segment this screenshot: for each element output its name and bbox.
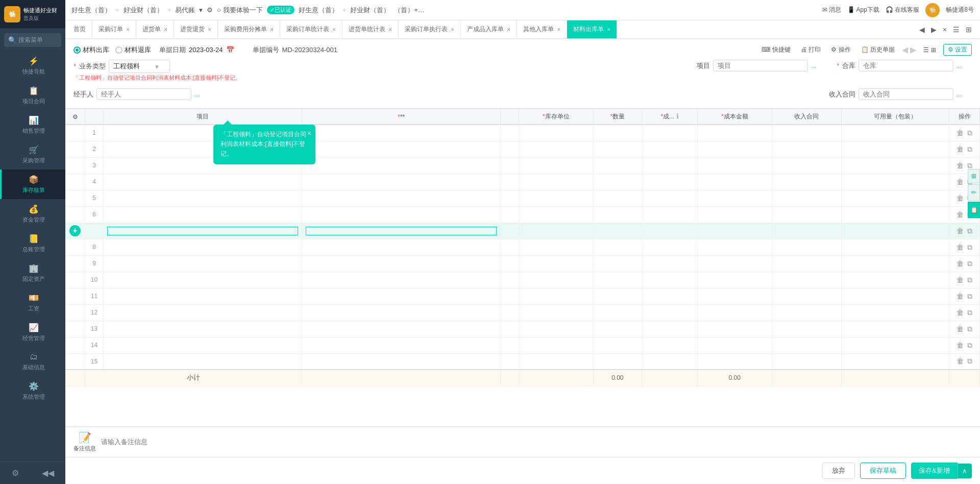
copy-row-btn[interactable]: ⧉	[967, 161, 972, 170]
table-view-btn[interactable]: ☰ ⊞	[920, 45, 939, 55]
delete-row-btn[interactable]: 🗑	[957, 178, 964, 186]
tab-close-incoming[interactable]: ×	[164, 26, 167, 33]
delete-row-btn[interactable]: 🗑	[957, 325, 964, 333]
topbar-good-business[interactable]: 好生意（首）	[71, 6, 111, 15]
copy-row-btn[interactable]: ⧉	[967, 145, 972, 153]
income-contract-ellipsis-btn[interactable]: ...	[957, 91, 962, 98]
delete-row-btn[interactable]: 🗑	[957, 308, 964, 317]
tab-incoming-return[interactable]: 进货退货×	[174, 20, 218, 39]
tab-close-incoming-return[interactable]: ×	[208, 26, 211, 33]
tab-view-toggle-list[interactable]: ☰	[951, 25, 962, 35]
sidebar-item-project-contract[interactable]: 📋 项目合同	[0, 81, 65, 110]
delete-row-btn[interactable]: 🗑	[957, 129, 964, 137]
topbar-good-wealth-2[interactable]: 好业财（首）	[350, 6, 390, 15]
tab-incoming-stats[interactable]: 进货单统计表×	[342, 20, 399, 39]
tab-scroll-left[interactable]: ◀	[917, 25, 927, 35]
sidebar-item-base-info[interactable]: 🗂 基础信息	[0, 347, 65, 376]
tab-purchase-order[interactable]: 采购订单×	[92, 20, 136, 39]
delete-row-btn[interactable]: 🗑	[957, 194, 964, 202]
tab-scroll-right[interactable]: ▶	[929, 25, 939, 35]
float-btn-green[interactable]: 📋	[968, 202, 980, 218]
sidebar-item-fixed-assets[interactable]: 🏢 固定资产	[0, 258, 65, 288]
info-icon[interactable]: ℹ	[676, 112, 679, 120]
tab-close-product-storage[interactable]: ×	[507, 26, 510, 33]
warehouse-input[interactable]	[859, 60, 953, 71]
topbar-app-download[interactable]: 📱 App下载	[847, 6, 879, 14]
sidebar-item-system[interactable]: ⚙️ 系统管理	[0, 376, 65, 406]
active-cell-input-2[interactable]	[306, 227, 496, 235]
search-menu-item[interactable]: 🔍 搜索菜单	[4, 33, 61, 47]
collapse-icon[interactable]: ◀◀	[40, 466, 56, 480]
topbar-agency[interactable]: 易代账	[175, 6, 195, 15]
handler-input[interactable]	[96, 88, 191, 100]
print-btn[interactable]: 🖨 打印	[798, 44, 824, 55]
tab-purchase-expense[interactable]: 采购费用分摊单×	[218, 20, 280, 39]
float-btn-1[interactable]: ⊞	[968, 169, 980, 183]
handler-ellipsis-btn[interactable]: ...	[194, 91, 200, 98]
float-btn-edit[interactable]: ✏	[968, 184, 980, 201]
tab-close-purchase-order[interactable]: ×	[126, 26, 130, 33]
copy-row-btn[interactable]: ⧉	[967, 341, 972, 349]
operation-btn[interactable]: ⚙ 操作	[828, 44, 853, 55]
topbar-good-wealth[interactable]: 好业财（首）	[124, 6, 163, 15]
tab-close-purchase-exec[interactable]: ×	[451, 26, 454, 33]
active-cell-input[interactable]	[108, 227, 298, 235]
copy-row-btn[interactable]: ⧉	[967, 325, 972, 333]
income-contract-input[interactable]	[859, 88, 953, 100]
sidebar-item-general-ledger[interactable]: 📒 总账管理	[0, 229, 65, 258]
topbar-settings-icon[interactable]: ⚙	[207, 6, 213, 14]
delete-active-row-btn[interactable]: 🗑	[957, 227, 964, 235]
date-value[interactable]: 2023-03-24	[189, 46, 223, 54]
copy-row-btn[interactable]: ⧉	[967, 292, 972, 300]
col-header-settings[interactable]: ⚙	[65, 109, 85, 125]
tab-view-toggle-grid[interactable]: ⊞	[964, 25, 974, 35]
sidebar-item-purchase[interactable]: 🛒 采购管理	[0, 140, 65, 170]
radio-return[interactable]: 材料退库	[115, 45, 151, 55]
delete-row-btn[interactable]: 🗑	[957, 292, 964, 300]
topbar-dropdown[interactable]: ▾	[199, 6, 203, 14]
tab-close-material-outbound[interactable]: ×	[607, 26, 610, 33]
delete-row-btn[interactable]: 🗑	[957, 276, 964, 284]
sidebar-item-inventory[interactable]: 📦 库存核算	[0, 170, 65, 199]
sidebar-item-finance[interactable]: 💰 资金管理	[0, 199, 65, 229]
delete-row-btn[interactable]: 🗑	[957, 243, 964, 251]
topbar-support[interactable]: 🎧 在线客服	[886, 6, 919, 14]
topbar-trial[interactable]: ○ 我要体验一下	[217, 6, 262, 15]
topbar-more[interactable]: （首）+…	[394, 6, 425, 15]
topbar-username[interactable]: 畅捷通8号	[946, 6, 974, 14]
sidebar-item-quick-nav[interactable]: ⚡ 快捷导航	[0, 51, 65, 81]
business-type-select[interactable]: 工程领料 ▾	[109, 60, 170, 73]
delete-row-btn[interactable]: 🗑	[957, 210, 964, 219]
history-btn[interactable]: 📋 历史单据	[858, 44, 898, 55]
tab-purchase-exec[interactable]: 采购订单执行表×	[399, 20, 461, 39]
tab-close-all[interactable]: ×	[941, 25, 949, 35]
copy-active-row-btn[interactable]: ⧉	[967, 227, 972, 235]
tab-home[interactable]: 首页	[67, 20, 92, 39]
delete-row-btn[interactable]: 🗑	[957, 341, 964, 349]
tab-incoming[interactable]: 进货单×	[136, 20, 174, 39]
topbar-message[interactable]: ✉ 消息	[822, 6, 841, 14]
abandon-button[interactable]: 放弃	[822, 463, 855, 479]
settings-bottom-icon[interactable]: ⚙	[10, 466, 21, 480]
save-draft-button[interactable]: 保存草稿	[860, 463, 906, 479]
tab-close-other-storage[interactable]: ×	[557, 26, 560, 33]
project-ellipsis-btn[interactable]: ...	[811, 62, 816, 69]
warehouse-ellipsis-btn[interactable]: ...	[957, 62, 962, 69]
copy-row-btn[interactable]: ⧉	[967, 276, 972, 284]
delete-row-btn[interactable]: 🗑	[957, 357, 964, 365]
copy-row-btn[interactable]: ⧉	[967, 243, 972, 251]
user-avatar[interactable]: 畅	[925, 3, 940, 17]
add-row-btn[interactable]: +	[69, 225, 81, 236]
notes-input[interactable]	[101, 438, 972, 446]
save-new-main-button[interactable]: 保存&新增	[911, 463, 958, 479]
sidebar-item-payroll[interactable]: 💴 工资	[0, 288, 65, 318]
sidebar-item-sales[interactable]: 📊 销售管理	[0, 110, 65, 140]
delete-row-btn[interactable]: 🗑	[957, 161, 964, 170]
copy-row-btn[interactable]: ⧉	[967, 259, 972, 268]
calendar-icon[interactable]: 📅	[226, 46, 234, 54]
tab-material-outbound[interactable]: 材料出库单×	[567, 20, 617, 39]
delete-row-btn[interactable]: 🗑	[957, 259, 964, 268]
copy-row-btn[interactable]: ⧉	[967, 129, 972, 137]
sidebar-item-management[interactable]: 📈 经营管理	[0, 318, 65, 347]
tooltip-close-btn[interactable]: ×	[307, 128, 311, 139]
